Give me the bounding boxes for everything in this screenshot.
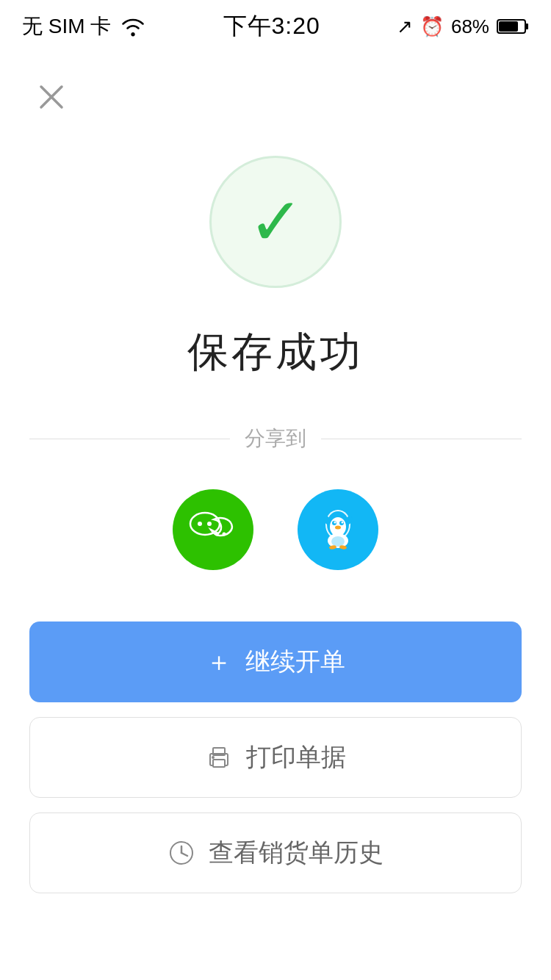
svg-point-20 [331, 536, 345, 547]
continue-label: 继续开单 [245, 645, 345, 679]
battery-icon [497, 18, 529, 35]
wifi-icon [120, 16, 146, 37]
divider-line-left [29, 439, 230, 439]
print-button[interactable]: 打印单据 [29, 717, 522, 798]
svg-rect-2 [499, 21, 518, 32]
status-right: ↗ ⏰ 68% [397, 15, 529, 38]
status-bar: 无 SIM 卡 下午3:20 ↗ ⏰ 68% [0, 0, 551, 53]
print-icon [205, 743, 233, 771]
qq-icon [314, 505, 362, 554]
share-icons [173, 489, 378, 570]
svg-line-31 [181, 853, 187, 856]
wechat-share-button[interactable] [173, 489, 253, 570]
battery-text: 68% [451, 15, 489, 38]
success-circle: ✓ [209, 156, 342, 288]
history-button[interactable]: 查看销货单历史 [29, 813, 522, 893]
svg-point-7 [207, 522, 212, 526]
svg-point-9 [223, 533, 226, 536]
location-icon: ↗ [397, 15, 413, 38]
action-buttons: ＋ 继续开单 打印单据 查看销货单历史 [29, 621, 522, 893]
main-content: ✓ 保存成功 分享到 [0, 53, 551, 937]
carrier-text: 无 SIM 卡 [22, 12, 111, 40]
close-icon [35, 81, 68, 113]
status-time: 下午3:20 [223, 10, 320, 43]
share-divider: 分享到 [29, 425, 522, 453]
wechat-icon [189, 509, 237, 550]
success-title: 保存成功 [187, 325, 364, 381]
close-button[interactable] [29, 75, 73, 119]
svg-point-28 [212, 756, 215, 759]
share-label: 分享到 [245, 425, 306, 453]
plus-icon: ＋ [206, 644, 232, 680]
svg-point-16 [334, 522, 336, 524]
svg-rect-27 [213, 760, 225, 767]
svg-point-8 [215, 533, 219, 536]
history-icon [168, 839, 195, 867]
continue-button[interactable]: ＋ 继续开单 [29, 621, 522, 702]
close-button-area [29, 75, 522, 119]
svg-rect-1 [525, 24, 528, 29]
checkmark-icon: ✓ [248, 189, 303, 255]
svg-point-6 [198, 522, 202, 526]
alarm-icon: ⏰ [420, 15, 444, 38]
divider-line-right [321, 439, 522, 439]
svg-point-17 [342, 522, 344, 524]
history-label: 查看销货单历史 [209, 836, 383, 870]
svg-point-18 [335, 526, 341, 530]
qq-share-button[interactable] [298, 489, 378, 570]
status-left: 无 SIM 卡 [22, 12, 146, 40]
print-label: 打印单据 [246, 741, 346, 774]
